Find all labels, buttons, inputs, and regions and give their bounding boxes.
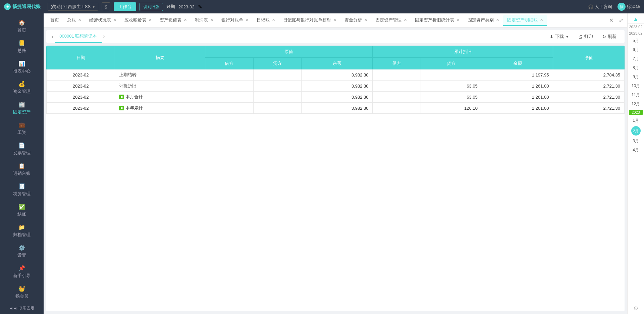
month-6[interactable]: 6月 <box>628 45 644 54</box>
tab-close-icon[interactable]: ✕ <box>457 18 460 22</box>
cell-dep-credit: 63.05 <box>421 81 482 92</box>
month-3[interactable]: 3月 <box>628 137 644 146</box>
tab-cashflow[interactable]: 资金分析 ✕ <box>340 15 371 26</box>
tab-close-icon[interactable]: ✕ <box>272 18 275 22</box>
print-button[interactable]: 🖨 打印 <box>576 32 596 41</box>
month-1[interactable]: 1月 <box>628 116 644 125</box>
maximize-icon[interactable]: ⤢ <box>618 16 625 24</box>
tab-close-icon[interactable]: ✕ <box>246 18 249 22</box>
sidebar: 🏠 首页 📒 总账 📊 报表中心 💰 资金管理 🏢 固定资产 💼 工资 📄 发票… <box>0 13 44 314</box>
cell-net-value: 2,721.30 <box>553 103 625 114</box>
month-7[interactable]: 7月 <box>628 54 644 63</box>
topbar-right: 🎧 人工咨询 徐 徐泽华 <box>588 3 640 11</box>
service-button[interactable]: 🎧 人工咨询 <box>588 4 612 10</box>
tab-management[interactable]: 经营状况表 ✕ <box>85 15 120 26</box>
topbar: ✦ 畅捷通易代账 (勿动) 江西服生-LSS ▼ ⎘ 工作台 切到旧版 账期 2… <box>0 0 644 13</box>
pin-toggle[interactable]: ◄◄ 取消固定 <box>9 305 35 311</box>
cell-dep-balance: 1,261.00 <box>482 81 553 92</box>
sidebar-item-label: 工资 <box>17 129 26 136</box>
tab-journal[interactable]: 日记账 ✕ <box>253 15 279 26</box>
tab-close-icon[interactable]: ✕ <box>210 18 213 22</box>
month-8[interactable]: 8月 <box>628 63 644 72</box>
sidebar-item-fixed[interactable]: 🏢 固定资产 <box>0 98 44 118</box>
cell-credit <box>253 92 301 103</box>
sidebar-item-label: 进销台账 <box>13 170 31 176</box>
copy-button[interactable]: ⎘ <box>102 2 110 11</box>
tab-close-icon[interactable]: ✕ <box>149 18 152 22</box>
tab-close-icon[interactable]: ✕ <box>540 18 543 22</box>
tab-fixed-dep[interactable]: 固定资产折旧统计表 ✕ <box>411 15 464 26</box>
tab-bank[interactable]: 银行对账单 ✕ <box>217 15 253 26</box>
tab-label: 银行对账单 <box>221 17 243 23</box>
company-selector[interactable]: (勿动) 江西服生-LSS ▼ <box>48 3 98 11</box>
sidebar-item-settle[interactable]: ✅ 结账 <box>0 200 44 221</box>
table-row: 2023-02 计提折旧 3,982.30 63.05 1,261.00 2,7… <box>47 81 625 92</box>
refresh-button[interactable]: ↻ 刷新 <box>600 32 619 41</box>
tab-label: 经营状况表 <box>89 17 111 23</box>
tab-close-icon[interactable]: ✕ <box>78 18 81 22</box>
cell-debit <box>205 69 253 81</box>
tab-close-icon[interactable]: ✕ <box>496 18 499 22</box>
month-12[interactable]: 12月 <box>628 100 644 109</box>
month-10[interactable]: 10月 <box>628 82 644 91</box>
header-original-value: 原值 <box>205 46 373 58</box>
tab-label: 资产负债表 <box>160 17 181 23</box>
month-11[interactable]: 11月 <box>628 91 644 100</box>
cell-credit <box>253 81 301 92</box>
sub-tab-next[interactable]: › <box>102 34 106 40</box>
sidebar-item-invoice[interactable]: 📄 发票管理 <box>0 139 44 159</box>
month-4[interactable]: 4月 <box>628 146 644 155</box>
tab-close-icon[interactable]: ✕ <box>364 18 367 22</box>
scroll-up-icon[interactable]: ▲ <box>632 15 640 23</box>
sidebar-item-label: 资金管理 <box>13 89 31 95</box>
month-5[interactable]: 5月 <box>628 36 644 45</box>
cell-dep-debit <box>373 92 421 103</box>
tab-fixed-detail[interactable]: 固定资产明细账 ✕ <box>503 15 547 26</box>
month-9[interactable]: 9月 <box>628 72 644 82</box>
tab-balance[interactable]: 资产负债表 ✕ <box>156 15 191 26</box>
tab-close-icon[interactable]: ✕ <box>184 18 187 22</box>
sub-tab-prev[interactable]: ‹ <box>50 34 55 40</box>
cell-description: 上期结转 <box>115 69 205 81</box>
sidebar-item-archive[interactable]: 📁 归档管理 <box>0 221 44 241</box>
chevron-down-icon: ▼ <box>92 5 95 9</box>
tab-close-icon[interactable]: ✕ <box>404 18 407 22</box>
sidebar-item-reports[interactable]: 📊 报表中心 <box>0 57 44 77</box>
tab-label: 首页 <box>50 17 59 23</box>
tab-bankcheck[interactable]: 日记账与银行对账单核对 ✕ <box>279 15 340 26</box>
close-all-tabs-icon[interactable]: ✕ <box>608 16 615 24</box>
workbench-button[interactable]: 工作台 <box>114 2 136 11</box>
refresh-label: 刷新 <box>608 34 616 40</box>
tab-general[interactable]: 总账 ✕ <box>63 15 85 26</box>
tab-profit[interactable]: 利润表 ✕ <box>191 15 217 26</box>
scroll-toggle-icon[interactable]: ⊙ <box>632 304 639 313</box>
cell-dep-debit <box>373 103 421 114</box>
download-button[interactable]: ⬇ 下载 ▼ <box>547 32 572 41</box>
sub-tab-asset[interactable]: 000001 联想笔记本 <box>55 30 102 43</box>
sidebar-item-purchase[interactable]: 📋 进销台账 <box>0 159 44 180</box>
sidebar-item-capital[interactable]: 💰 资金管理 <box>0 77 44 98</box>
download-label: 下载 <box>555 34 564 40</box>
sidebar-item-salary[interactable]: 💼 工资 <box>0 118 44 139</box>
sidebar-item-label: 总账 <box>17 48 26 54</box>
tab-fixed-cat[interactable]: 固定资产类别 ✕ <box>464 15 503 26</box>
company-name: (勿动) 江西服生-LSS <box>51 4 91 10</box>
download-icon: ⬇ <box>550 34 553 39</box>
month-2-active[interactable]: 2月 <box>631 126 641 136</box>
tab-receivable[interactable]: 应收账龄表 ✕ <box>120 15 156 26</box>
period-edit-icon[interactable]: ✎ <box>198 4 202 10</box>
tab-close-icon[interactable]: ✕ <box>333 18 336 22</box>
sidebar-item-general[interactable]: 📒 总账 <box>0 37 44 57</box>
tab-fixed-mgmt[interactable]: 固定资产管理 ✕ <box>371 15 411 26</box>
old-version-button[interactable]: 切到旧版 <box>140 3 163 11</box>
user-menu[interactable]: 徐 徐泽华 <box>618 3 640 11</box>
sidebar-item-member[interactable]: 👑 畅会员 <box>0 282 44 303</box>
sidebar-item-guide[interactable]: 📌 新手引导 <box>0 262 44 282</box>
tab-close-icon[interactable]: ✕ <box>113 18 116 22</box>
period-label: 账期 <box>166 4 175 10</box>
sidebar-item-settings[interactable]: ⚙️ 设置 <box>0 241 44 262</box>
member-icon: 👑 <box>18 285 25 292</box>
sidebar-item-home[interactable]: 🏠 首页 <box>0 16 44 37</box>
sidebar-item-tax[interactable]: 🧾 税务管理 <box>0 180 44 200</box>
tab-home[interactable]: 首页 <box>46 15 63 26</box>
